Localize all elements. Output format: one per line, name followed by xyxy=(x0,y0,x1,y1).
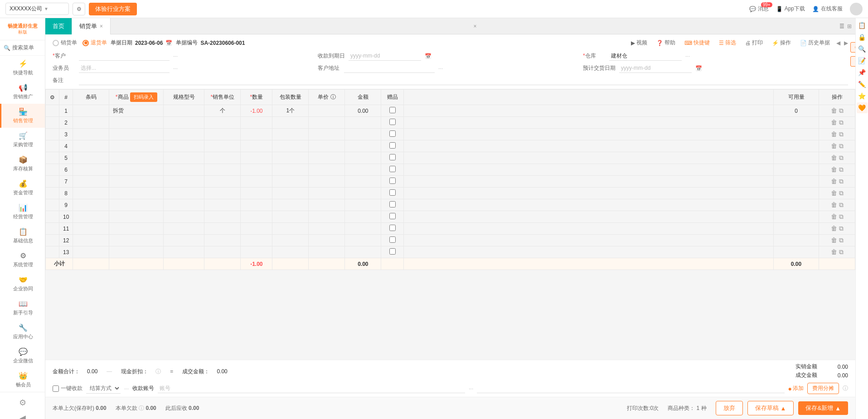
warehouse-more-icon[interactable]: ··· xyxy=(685,53,690,59)
customer-more-icon[interactable]: ··· xyxy=(173,53,178,59)
row-price-cell[interactable] xyxy=(309,117,345,129)
row-spec-cell[interactable] xyxy=(164,105,204,117)
row-spec-cell[interactable] xyxy=(164,164,204,176)
print-btn[interactable]: 🖨 打印 xyxy=(742,38,766,48)
row-barcode-cell[interactable] xyxy=(73,246,109,258)
sidebar-item-basic-info[interactable]: 📋 基础信息 xyxy=(0,224,45,248)
table-view-icon[interactable]: ☰ xyxy=(839,23,844,29)
company-selector[interactable]: XXXXXX公司 ▼ xyxy=(5,3,69,15)
row-spec-cell[interactable] xyxy=(164,199,204,211)
row-product-cell[interactable] xyxy=(109,235,164,246)
right-panel-pin-icon[interactable]: 📌 xyxy=(857,67,868,78)
bank-account-input[interactable] xyxy=(158,384,465,393)
trial-button[interactable]: 体验行业方案 xyxy=(89,3,137,15)
app-download-button[interactable]: 📱 App下载 xyxy=(776,5,805,13)
copy-row-icon[interactable]: ⧉ xyxy=(839,213,844,221)
row-price-cell[interactable] xyxy=(309,223,345,235)
row-amount-cell[interactable] xyxy=(345,140,381,152)
scan-button[interactable]: 扫码录入 xyxy=(130,92,157,102)
tab-close-icon[interactable]: × xyxy=(100,23,103,29)
row-price-cell[interactable] xyxy=(309,129,345,140)
calc-method-more-icon[interactable]: ··· xyxy=(124,385,129,392)
row-spec-cell[interactable] xyxy=(164,140,204,152)
amount-input[interactable] xyxy=(477,384,784,393)
set-button[interactable]: ⊙ 设置 xyxy=(850,42,855,53)
row-unit-cell[interactable] xyxy=(204,117,241,129)
save-draft-button[interactable]: 保存草稿 ▲ xyxy=(747,401,794,415)
notes-input[interactable] xyxy=(79,76,848,85)
copy-row-icon[interactable]: ⧉ xyxy=(839,189,844,197)
row-unit-cell[interactable] xyxy=(204,246,241,258)
address-more-icon[interactable]: ··· xyxy=(438,65,443,72)
row-price-cell[interactable] xyxy=(309,140,345,152)
row-gift-cell[interactable] xyxy=(381,129,404,140)
bank-more-icon[interactable]: ··· xyxy=(469,385,473,392)
row-spec-cell[interactable] xyxy=(164,152,204,164)
return-order-radio[interactable]: 退货单 xyxy=(82,39,107,47)
row-gift-cell[interactable] xyxy=(381,223,404,235)
copy-row-icon[interactable]: ⧉ xyxy=(839,119,844,126)
debt-help-icon[interactable]: ⓘ xyxy=(139,405,144,411)
prev-record-icon[interactable]: ◀ xyxy=(836,40,840,46)
sidebar-item-system[interactable]: ⚙ 系统管理 xyxy=(0,248,45,272)
row-qty-cell[interactable] xyxy=(241,188,272,199)
copy-row-icon[interactable]: ⧉ xyxy=(839,201,844,209)
row-spec-cell[interactable] xyxy=(164,129,204,140)
row-product-cell[interactable] xyxy=(109,140,164,152)
row-price-cell[interactable] xyxy=(309,164,345,176)
sale-order-radio[interactable]: 销货单 xyxy=(53,39,77,47)
row-product-cell[interactable] xyxy=(109,129,164,140)
delete-row-icon[interactable]: 🗑 xyxy=(831,142,837,150)
sidebar-item-marketing[interactable]: 📢 营销推广 xyxy=(0,80,45,104)
discount-help-icon[interactable]: ⓘ xyxy=(155,368,161,376)
row-barcode-cell[interactable] xyxy=(73,235,109,246)
delete-row-icon[interactable]: 🗑 xyxy=(831,154,837,162)
right-panel-edit-icon[interactable]: ✏️ xyxy=(857,79,868,90)
shortcut-btn[interactable]: ⌨ 快捷键 xyxy=(682,38,713,48)
receipt-date-input[interactable] xyxy=(349,51,421,61)
sidebar-item-purchase[interactable]: 🛒 采购管理 xyxy=(0,128,45,152)
sidebar-item-guide[interactable]: 📖 新手引导 xyxy=(0,296,45,320)
row-qty-cell[interactable]: -1.00 xyxy=(241,105,272,117)
row-amount-cell[interactable]: 0.00 xyxy=(345,105,381,117)
copy-row-icon[interactable]: ⧉ xyxy=(839,166,844,173)
row-price-cell[interactable] xyxy=(309,211,345,223)
row-amount-cell[interactable] xyxy=(345,246,381,258)
right-panel-lock-icon[interactable]: 🔒 xyxy=(857,32,868,43)
copy-row-icon[interactable]: ⧉ xyxy=(839,142,844,150)
row-product-cell[interactable] xyxy=(109,211,164,223)
row-barcode-cell[interactable] xyxy=(73,105,109,117)
row-product-cell[interactable] xyxy=(109,117,164,129)
help-btn[interactable]: ❓ 帮助 xyxy=(654,38,678,48)
row-qty-cell[interactable] xyxy=(241,246,272,258)
row-gift-cell[interactable] xyxy=(381,246,404,258)
row-price-cell[interactable] xyxy=(309,199,345,211)
one-key-payment-label[interactable]: 一键收款 xyxy=(53,385,82,392)
row-price-cell[interactable] xyxy=(309,105,345,117)
row-unit-cell[interactable] xyxy=(204,164,241,176)
row-product-cell[interactable] xyxy=(109,188,164,199)
row-gift-cell[interactable] xyxy=(381,211,404,223)
salesperson-more-icon[interactable]: ··· xyxy=(173,65,178,72)
row-unit-cell[interactable] xyxy=(204,235,241,246)
row-amount-cell[interactable] xyxy=(345,129,381,140)
delete-row-icon[interactable]: 🗑 xyxy=(831,248,837,256)
row-amount-cell[interactable] xyxy=(345,188,381,199)
row-qty-cell[interactable] xyxy=(241,129,272,140)
delete-row-icon[interactable]: 🗑 xyxy=(831,119,837,126)
customer-address-input[interactable] xyxy=(344,63,435,73)
row-qty-cell[interactable] xyxy=(241,117,272,129)
row-product-cell[interactable] xyxy=(109,164,164,176)
receipt-calendar-icon[interactable]: 📅 xyxy=(425,53,432,59)
row-barcode-cell[interactable] xyxy=(73,211,109,223)
right-panel-memo-icon[interactable]: 📝 xyxy=(857,55,868,66)
row-gift-cell[interactable] xyxy=(381,140,404,152)
message-button[interactable]: 💬 消息 99+ xyxy=(749,5,769,13)
discard-button[interactable]: 放弃 xyxy=(716,401,743,415)
row-spec-cell[interactable] xyxy=(164,235,204,246)
row-gift-cell[interactable] xyxy=(381,235,404,246)
row-gift-cell[interactable] xyxy=(381,152,404,164)
delivery-calendar-icon[interactable]: 📅 xyxy=(695,65,702,72)
calc-method-select[interactable]: 结算方式 xyxy=(86,383,121,394)
customer-input[interactable] xyxy=(79,51,170,61)
